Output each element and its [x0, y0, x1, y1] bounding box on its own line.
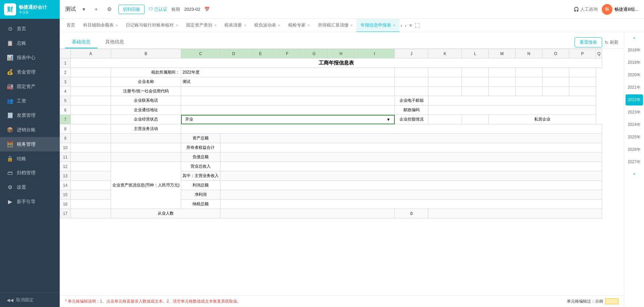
- add-button[interactable]: +: [92, 5, 100, 14]
- sidebar-pin-button[interactable]: ◀◀ 取消固定: [0, 293, 60, 307]
- pin-icon: ◀◀: [7, 298, 13, 303]
- cell-5-email[interactable]: [428, 96, 596, 105]
- tab-nav-next[interactable]: ›: [404, 21, 408, 30]
- corner-cell: [60, 49, 71, 58]
- consult-button[interactable]: 🎧 人工咨询: [574, 6, 598, 12]
- cell-9-value[interactable]: [220, 134, 602, 143]
- sidebar-item-guide[interactable]: ▶新手引导: [0, 194, 60, 209]
- cell-3-label: 企业名称: [111, 77, 181, 87]
- cell-4-value[interactable]: [181, 87, 395, 96]
- year-2025[interactable]: 2025年: [626, 132, 643, 143]
- calendar-icon[interactable]: 📅: [204, 7, 210, 12]
- sidebar-item-salary[interactable]: 👥工资: [0, 94, 60, 108]
- cell-11-value[interactable]: [220, 152, 602, 162]
- nav-icon-close: 🔒: [7, 156, 13, 162]
- cell-7-status[interactable]: 开业 ▼: [181, 115, 395, 124]
- username-label: 畅捷通B组...: [614, 6, 639, 12]
- year-2019[interactable]: 2019年: [626, 57, 643, 68]
- nav-icon-capital: 💰: [7, 69, 13, 75]
- tab-tax-clear[interactable]: 税表清册 ×: [220, 19, 250, 32]
- sidebar-item-fixed-assets[interactable]: 🏭固定资产: [0, 79, 60, 94]
- certified-badge: 🛡 已认证: [149, 6, 167, 12]
- year-2018[interactable]: 2018年: [626, 45, 643, 56]
- tab-aux-close[interactable]: ×: [116, 23, 118, 27]
- row-5: 5 企业联系电话 企业电子邮箱: [60, 96, 602, 105]
- cell-16-value[interactable]: [220, 200, 602, 209]
- tab-tax-expert-close[interactable]: ×: [308, 23, 310, 27]
- year-nav-up[interactable]: ⌃: [631, 35, 638, 44]
- cell-7-control-value[interactable]: 私营企业: [489, 115, 596, 124]
- tab-fixed-cat[interactable]: 固定资产类别 ×: [182, 19, 220, 32]
- year-2024[interactable]: 2024年: [626, 119, 643, 130]
- cell-9-label: 资产总额: [181, 134, 220, 143]
- col-N: N: [516, 49, 542, 58]
- tab-tax-clear-close[interactable]: ×: [244, 23, 246, 27]
- nav-icon-settings: ⚙: [7, 184, 13, 190]
- col-C: C: [181, 49, 220, 58]
- menu-chevron-button[interactable]: ▾: [80, 5, 88, 14]
- cell-6-zip[interactable]: [428, 105, 596, 115]
- year-2020[interactable]: 2020年: [626, 70, 643, 81]
- cell-13-value[interactable]: [220, 171, 602, 181]
- cell-6-address[interactable]: [181, 105, 395, 115]
- tab-tax-wave-close[interactable]: ×: [278, 23, 280, 27]
- cell-1-title[interactable]: 工商年报信息表: [71, 58, 602, 68]
- sidebar-item-home[interactable]: ⊙首页: [0, 21, 60, 36]
- subtab-basic[interactable]: 基础信息: [65, 36, 97, 48]
- cell-5-phone[interactable]: [181, 96, 395, 105]
- year-2023[interactable]: 2023年: [626, 107, 643, 118]
- tab-expand[interactable]: ⛶: [414, 21, 421, 30]
- cell-17-empty[interactable]: [220, 209, 395, 218]
- cell-12-revenue-value[interactable]: [220, 162, 602, 171]
- cell-8-value[interactable]: [181, 124, 602, 134]
- cell-3-value[interactable]: 测试: [181, 77, 395, 87]
- subtab-actions: 重置报表 ↻ 刷新: [575, 37, 619, 47]
- sidebar-item-settings[interactable]: ⚙设置: [0, 180, 60, 194]
- subtab-other[interactable]: 其他信息: [99, 36, 131, 48]
- reset-report-button[interactable]: 重置报表: [575, 37, 602, 47]
- cell-15-value[interactable]: [220, 190, 602, 200]
- sidebar-item-stock[interactable]: 📦进销台账: [0, 123, 60, 137]
- year-2022[interactable]: 2022年: [626, 94, 643, 105]
- tab-tax-wave[interactable]: 税负波动表 ×: [250, 19, 284, 32]
- col-G: G: [301, 49, 328, 58]
- cell-2-period[interactable]: 2022年度: [181, 68, 395, 77]
- sidebar-item-capital[interactable]: 💰资金管理: [0, 65, 60, 79]
- tab-tax-income[interactable]: 所得税汇算清缴 ×: [314, 19, 357, 32]
- user-menu-button[interactable]: 畅 畅捷通B组...: [602, 4, 639, 15]
- sidebar-item-close[interactable]: 🔒结账: [0, 151, 60, 166]
- tab-journal[interactable]: 日记账与银行对账单核对 ×: [122, 19, 182, 32]
- sidebar-item-general-ledger[interactable]: 📋总账: [0, 36, 60, 50]
- cell-7-control-label: 企业控股情况: [395, 115, 428, 124]
- tab-tax-income-close[interactable]: ×: [351, 23, 353, 27]
- year-2027[interactable]: 2027年: [626, 157, 643, 168]
- logo-icon: 财: [4, 3, 16, 15]
- tab-nav-prev[interactable]: ‹: [399, 21, 404, 30]
- tab-journal-close[interactable]: ×: [176, 23, 178, 27]
- year-2021[interactable]: 2021年: [626, 82, 643, 93]
- nav-icon-report-center: 📊: [7, 54, 13, 61]
- switch-old-version-button[interactable]: 切到旧版: [118, 5, 145, 14]
- cell-14-value[interactable]: [220, 181, 602, 190]
- year-2026[interactable]: 2026年: [626, 144, 643, 155]
- sidebar-item-tax[interactable]: 🧮税务管理: [0, 137, 60, 151]
- col-P: P: [569, 49, 596, 58]
- sidebar-item-report-center[interactable]: 📊报表中心: [0, 50, 60, 65]
- sidebar-item-invoice[interactable]: 🧾发票管理: [0, 108, 60, 123]
- tab-tax-expert[interactable]: 税检专家 ×: [284, 19, 314, 32]
- sidebar-label-close: 结账: [17, 156, 26, 162]
- tab-annual-report[interactable]: 年报信息申报表 ×: [357, 19, 399, 32]
- tab-home[interactable]: 首页: [62, 19, 79, 32]
- tab-fixed-cat-close[interactable]: ×: [214, 23, 216, 27]
- tab-annual-report-close[interactable]: ×: [393, 23, 395, 27]
- settings-button[interactable]: ⚙: [104, 5, 114, 14]
- cell-10-value[interactable]: [220, 143, 602, 152]
- year-nav-down[interactable]: ⌄: [631, 168, 638, 177]
- spreadsheet-container[interactable]: A B C D E F G H I J K L M: [60, 49, 624, 295]
- sidebar-item-archive[interactable]: 🗃归档管理: [0, 166, 60, 180]
- tab-close-all[interactable]: ×: [408, 21, 414, 30]
- refresh-button[interactable]: ↻ 刷新: [605, 39, 619, 45]
- topbar-title: 测试: [65, 6, 76, 13]
- tab-aux[interactable]: 科目辅助余额表 ×: [79, 19, 122, 32]
- cell-17-value[interactable]: 0: [395, 209, 428, 218]
